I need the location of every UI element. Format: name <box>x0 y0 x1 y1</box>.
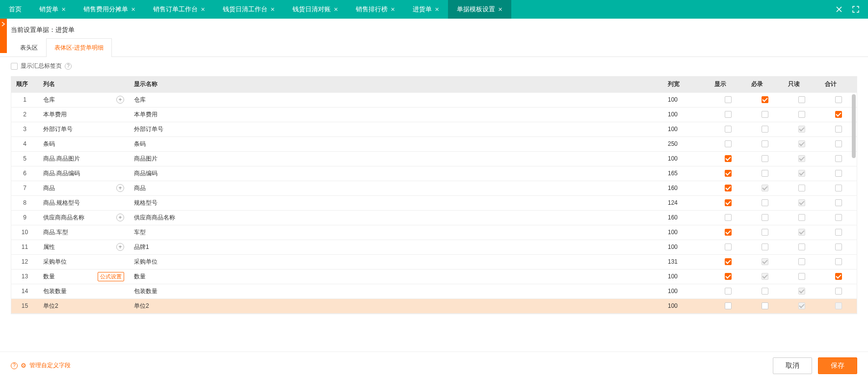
tab-close-icon[interactable]: ✕ <box>435 6 439 13</box>
cell-display[interactable]: 数量 <box>129 269 663 284</box>
table-row[interactable]: 12采购单位采购单位131 <box>11 254 857 269</box>
checkbox[interactable] <box>725 288 732 295</box>
cell-width[interactable]: 100 <box>663 122 710 136</box>
checkbox[interactable] <box>835 199 842 206</box>
cell-display[interactable]: 条码 <box>129 136 663 151</box>
tab-close-icon[interactable]: ✕ <box>391 6 395 13</box>
table-row[interactable]: 1仓库+仓库100 <box>11 92 857 107</box>
table-row[interactable]: 5商品.商品图片商品图片100 <box>11 151 857 166</box>
table-row[interactable]: 15单位2单位2100 <box>11 298 857 313</box>
checkbox[interactable] <box>762 199 768 206</box>
checkbox[interactable] <box>835 111 842 118</box>
sidebar-expand-handle[interactable] <box>0 19 7 53</box>
table-row[interactable]: 14包装数量包装数量100 <box>11 284 857 298</box>
cell-display[interactable]: 供应商商品名称 <box>129 210 663 225</box>
tab-close-icon[interactable]: ✕ <box>270 6 275 13</box>
tab-close-icon[interactable]: ✕ <box>201 6 205 13</box>
table-row[interactable]: 6商品.商品编码商品编码165 <box>11 166 857 181</box>
checkbox[interactable] <box>762 229 768 236</box>
checkbox[interactable] <box>725 273 732 280</box>
cell-display[interactable]: 仓库 <box>129 92 663 107</box>
add-column-icon[interactable]: + <box>116 96 124 104</box>
checkbox[interactable] <box>725 185 732 191</box>
checkbox[interactable] <box>762 170 768 177</box>
checkbox[interactable] <box>835 155 842 162</box>
checkbox[interactable] <box>835 140 842 147</box>
cell-display[interactable]: 车型 <box>129 225 663 240</box>
checkbox[interactable] <box>762 155 768 162</box>
app-tab[interactable]: 销售费用分摊单✕ <box>75 0 144 19</box>
cell-display[interactable]: 本单费用 <box>129 107 663 122</box>
checkbox[interactable] <box>725 96 732 103</box>
inner-tab[interactable]: 表体区-进货单明细 <box>46 38 112 57</box>
checkbox[interactable] <box>725 244 732 250</box>
checkbox[interactable] <box>762 214 768 221</box>
checkbox[interactable] <box>798 96 805 103</box>
checkbox[interactable] <box>835 185 842 191</box>
formula-settings-button[interactable]: 公式设置 <box>98 272 124 281</box>
cell-width[interactable]: 100 <box>663 92 710 107</box>
cell-width[interactable]: 100 <box>663 107 710 122</box>
cell-width[interactable]: 100 <box>663 284 710 298</box>
checkbox[interactable] <box>798 111 805 118</box>
cell-width[interactable]: 250 <box>663 136 710 151</box>
close-all-tabs-button[interactable] <box>832 2 846 17</box>
table-row[interactable]: 7商品+商品160 <box>11 181 857 195</box>
tab-close-icon[interactable]: ✕ <box>131 6 135 13</box>
checkbox[interactable] <box>762 244 768 250</box>
cell-width[interactable]: 124 <box>663 195 710 210</box>
tab-close-icon[interactable]: ✕ <box>61 6 66 13</box>
table-row[interactable]: 11属性+品牌1100 <box>11 240 857 254</box>
cell-width[interactable]: 160 <box>663 210 710 225</box>
checkbox[interactable] <box>725 140 732 147</box>
checkbox[interactable] <box>835 273 842 280</box>
cell-display[interactable]: 品牌1 <box>129 240 663 254</box>
add-column-icon[interactable]: + <box>116 184 124 192</box>
checkbox[interactable] <box>835 288 842 295</box>
checkbox[interactable] <box>762 111 768 118</box>
table-row[interactable]: 4条码条码250 <box>11 136 857 151</box>
cell-width[interactable]: 100 <box>663 240 710 254</box>
tab-close-icon[interactable]: ✕ <box>334 6 338 13</box>
app-tab[interactable]: 单据模板设置✕ <box>448 0 511 19</box>
cell-display[interactable]: 商品 <box>129 181 663 195</box>
grid-scrollbar-thumb[interactable] <box>852 94 856 158</box>
checkbox[interactable] <box>725 155 732 162</box>
grid-scrollbar[interactable] <box>852 94 856 312</box>
checkbox[interactable] <box>762 140 768 147</box>
cell-display[interactable]: 单位2 <box>129 298 663 313</box>
cell-display[interactable]: 商品编码 <box>129 166 663 181</box>
cell-width[interactable]: 100 <box>663 151 710 166</box>
checkbox[interactable] <box>798 273 805 280</box>
checkbox[interactable] <box>798 244 805 250</box>
table-row[interactable]: 9供应商商品名称+供应商商品名称160 <box>11 210 857 225</box>
table-row[interactable]: 13数量公式设置数量100 <box>11 269 857 284</box>
cell-width[interactable]: 165 <box>663 166 710 181</box>
checkbox[interactable] <box>835 96 842 103</box>
app-tab[interactable]: 销售订单工作台✕ <box>144 0 214 19</box>
app-tab[interactable]: 钱货日清工作台✕ <box>214 0 284 19</box>
table-row[interactable]: 3外部订单号外部订单号100 <box>11 122 857 136</box>
cell-display[interactable]: 规格型号 <box>129 195 663 210</box>
checkbox[interactable] <box>762 126 768 133</box>
add-column-icon[interactable]: + <box>116 243 124 251</box>
checkbox[interactable] <box>835 214 842 221</box>
checkbox[interactable] <box>835 244 842 250</box>
checkbox[interactable] <box>725 214 732 221</box>
cell-display[interactable]: 商品图片 <box>129 151 663 166</box>
cell-width[interactable]: 131 <box>663 254 710 269</box>
checkbox[interactable] <box>725 229 732 236</box>
cell-width[interactable]: 100 <box>663 269 710 284</box>
checkbox[interactable] <box>762 96 768 103</box>
cell-display[interactable]: 采购单位 <box>129 254 663 269</box>
app-tab[interactable]: 销售排行榜✕ <box>347 0 404 19</box>
cell-display[interactable]: 外部订单号 <box>129 122 663 136</box>
checkbox[interactable] <box>725 199 732 206</box>
cell-width[interactable]: 100 <box>663 225 710 240</box>
table-row[interactable]: 2本单费用本单费用100 <box>11 107 857 122</box>
app-tab[interactable]: 销货单✕ <box>30 0 75 19</box>
checkbox[interactable] <box>725 258 732 265</box>
checkbox[interactable] <box>762 302 768 309</box>
checkbox[interactable] <box>835 126 842 133</box>
cell-display[interactable]: 包装数量 <box>129 284 663 298</box>
